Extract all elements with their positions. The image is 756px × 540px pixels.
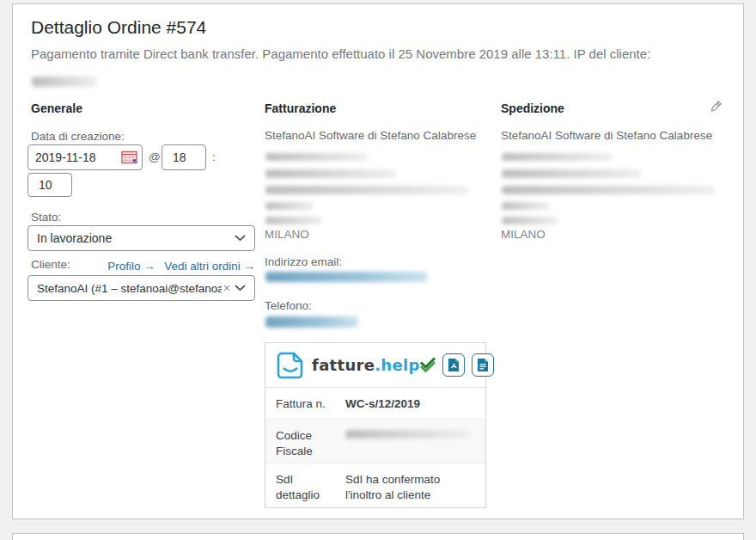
pencil-icon [710, 100, 722, 112]
datepicker-calendar-icon[interactable] [121, 150, 137, 164]
fiscal-code-value [337, 420, 485, 463]
redacted-billing-line [265, 169, 396, 178]
redacted-shipping-line [502, 169, 641, 178]
redacted-shipping-line [502, 202, 550, 210]
view-other-orders-link[interactable]: Vedi altri ordini → [164, 260, 255, 273]
invoice-number-value: WC-s/12/2019 [337, 388, 485, 419]
customer-chevron-down-icon [235, 285, 246, 291]
order-detail-page: { "header": { "title": "Dettaglio Ordine… [0, 0, 756, 540]
status-select[interactable]: In lavorazione [27, 225, 255, 251]
billing-company: StefanoAI Software di Stefano Calabrese [265, 129, 479, 142]
customer-select[interactable]: StefanoAI (#1 – stefanoai@stefanoa... × [27, 275, 255, 301]
profile-link[interactable]: Profilo → [107, 260, 155, 273]
date-field-wrap [27, 144, 143, 170]
redacted-billing-line [265, 153, 367, 161]
billing-heading: Fatturazione [265, 101, 336, 115]
brand-name: fatture.help [312, 356, 420, 374]
chevron-down-icon [235, 235, 246, 242]
billing-city: MILANO [265, 228, 309, 241]
order-panel: Dettaglio Ordine #574 Pagamento tramite … [12, 3, 744, 519]
edit-address-button[interactable] [710, 100, 722, 115]
redacted-customer-ip [32, 77, 97, 87]
redacted-billing-line [265, 186, 468, 194]
brand-text: fatture [312, 356, 375, 374]
download-pdf-button[interactable] [442, 353, 465, 377]
pdf-file-icon [448, 358, 460, 372]
redacted-fiscal-code [345, 430, 470, 439]
next-panel [12, 533, 744, 540]
fiscal-code-label: Codice Fiscale [265, 420, 337, 463]
redacted-email-link[interactable] [265, 272, 427, 282]
redacted-shipping-line [502, 217, 558, 224]
redacted-shipping-line [502, 153, 612, 161]
page-title: Dettaglio Ordine #574 [31, 17, 206, 38]
sdi-detail-value: SdI ha confermato l'inoltro al cliente [337, 463, 485, 508]
minute-input[interactable] [27, 173, 72, 197]
redacted-billing-line [265, 217, 322, 224]
shipping-company: StefanoAI Software di Stefano Calabrese [501, 129, 716, 142]
sdi-detail-row: SdI dettaglio SdI ha confermato l'inoltr… [265, 463, 485, 508]
customer-select-value: StefanoAI (#1 – stefanoai@stefanoa... [37, 282, 222, 295]
invoice-confirmed-check-icon [420, 357, 436, 373]
redacted-billing-line [265, 202, 314, 210]
invoice-number-row: Fattura n. WC-s/12/2019 [265, 388, 485, 420]
invoice-widget: fatture.help [265, 342, 486, 508]
order-note: Pagamento tramite Direct bank transfer. … [31, 46, 718, 61]
status-label: Stato: [31, 211, 61, 224]
redacted-shipping-line [502, 186, 715, 194]
general-heading: Generale [31, 101, 82, 115]
view-invoice-button[interactable] [472, 353, 494, 377]
at-separator: @ [149, 150, 161, 163]
billing-phone-label: Telefono: [265, 299, 312, 312]
time-colon: : [212, 150, 216, 163]
customer-row: Cliente: Profilo → Vedi altri ordini → [31, 258, 255, 273]
redacted-phone-link[interactable] [265, 316, 358, 328]
brand-suffix-text: .help [375, 356, 419, 374]
created-date-label: Data di creazione: [31, 130, 125, 143]
shipping-heading: Spedizione [501, 101, 564, 115]
fatture-help-logo-icon [275, 350, 306, 381]
hour-input[interactable] [162, 144, 206, 170]
invoice-widget-header: fatture.help [265, 343, 485, 388]
status-select-value: In lavorazione [37, 231, 235, 245]
customer-label: Cliente: [31, 258, 70, 273]
shipping-city: MILANO [501, 228, 546, 241]
sdi-detail-label: SdI dettaglio [265, 463, 337, 508]
document-icon [477, 358, 489, 372]
clear-selection-icon[interactable]: × [223, 281, 230, 295]
invoice-number-label: Fattura n. [265, 388, 337, 419]
billing-email-label: Indirizzo email: [265, 255, 342, 268]
fiscal-code-row: Codice Fiscale [265, 420, 485, 463]
